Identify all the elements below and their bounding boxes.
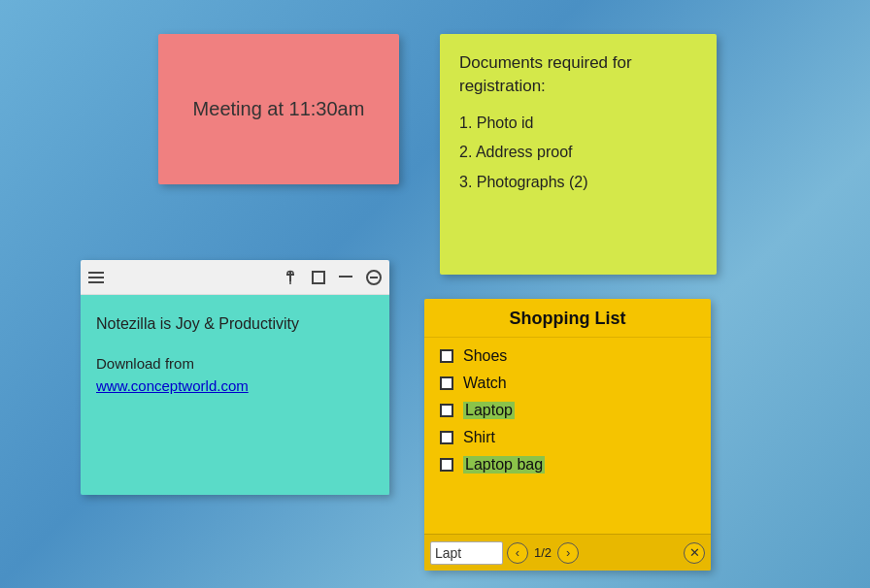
note-toolbar xyxy=(81,260,389,295)
minimize-icon[interactable] xyxy=(339,276,352,279)
shopping-item-label: Shoes xyxy=(463,347,507,365)
notezilla-download-label: Download from xyxy=(96,355,374,372)
pin-icon[interactable] xyxy=(283,270,298,285)
shopping-footer: ‹ 1/2 › ✕ xyxy=(424,534,711,571)
nav-count: 1/2 xyxy=(534,545,552,560)
documents-list-item: 2. Address proof xyxy=(459,139,697,167)
notezilla-tagline: Notezilla is Joy & Productivity xyxy=(96,312,374,336)
documents-note-title: Documents required for registration: xyxy=(459,51,697,98)
shopping-close-button[interactable]: ✕ xyxy=(684,542,705,564)
notezilla-note-body: Notezilla is Joy & Productivity Download… xyxy=(81,295,389,495)
shopping-title: Shopping List xyxy=(424,299,711,338)
meeting-note-text: Meeting at 11:30am xyxy=(193,98,365,120)
documents-list-item: 1. Photo id xyxy=(459,110,697,138)
shopping-item-laptop: Laptop xyxy=(440,402,695,419)
documents-list: 1. Photo id 2. Address proof 3. Photogra… xyxy=(459,110,697,197)
nav-next-button[interactable]: › xyxy=(557,542,579,564)
shopping-item-shirt: Shirt xyxy=(440,429,695,446)
shopping-note: Shopping List Shoes Watch Laptop Shirt L… xyxy=(424,299,711,571)
resize-icon[interactable] xyxy=(312,271,325,284)
shopping-checkbox[interactable] xyxy=(440,376,453,390)
close-icon[interactable] xyxy=(366,270,382,285)
shopping-item-watch: Watch xyxy=(440,375,695,392)
notezilla-note: Notezilla is Joy & Productivity Download… xyxy=(81,260,389,495)
shopping-checkbox[interactable] xyxy=(440,458,453,472)
shopping-item-label: Laptop xyxy=(463,402,515,419)
shopping-item-label: Shirt xyxy=(463,429,495,446)
shopping-item-label: Watch xyxy=(463,375,507,392)
shopping-body: Shoes Watch Laptop Shirt Laptop bag xyxy=(424,338,711,534)
documents-note: Documents required for registration: 1. … xyxy=(440,34,717,275)
shopping-item-laptop-bag: Laptop bag xyxy=(440,456,695,474)
shopping-checkbox[interactable] xyxy=(440,404,453,417)
shopping-item-label: Laptop bag xyxy=(463,456,545,474)
shopping-checkbox[interactable] xyxy=(440,431,453,444)
meeting-note: Meeting at 11:30am xyxy=(158,34,399,184)
menu-icon[interactable] xyxy=(88,272,104,283)
documents-list-item: 3. Photographs (2) xyxy=(459,169,697,197)
nav-prev-button[interactable]: ‹ xyxy=(507,542,528,564)
shopping-checkbox[interactable] xyxy=(440,349,453,363)
shopping-item-shoes: Shoes xyxy=(440,347,695,365)
shopping-search-input[interactable] xyxy=(430,541,503,565)
notezilla-link[interactable]: www.conceptworld.com xyxy=(96,377,249,394)
